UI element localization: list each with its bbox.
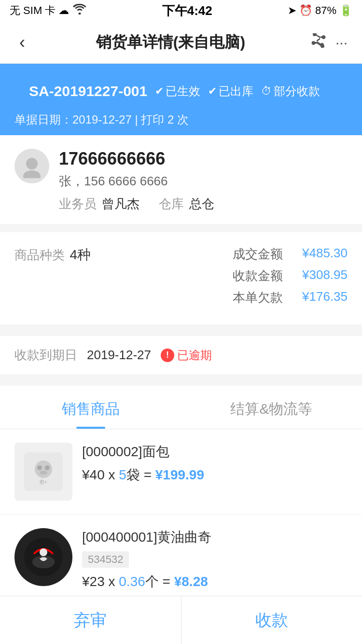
- tabs-section: 销售商品 结算&物流等: [0, 386, 362, 429]
- product-item-2: [000400001]黄油曲奇 534532 ¥23 x 0.36个 = ¥8.…: [0, 515, 362, 605]
- owed-value: ¥176.35: [302, 289, 348, 306]
- owed-label: 本单欠款: [233, 289, 283, 306]
- check-icon-2: ✔: [208, 85, 217, 98]
- order-id: SA-20191227-001: [29, 83, 147, 99]
- tab-settlement[interactable]: 结算&物流等: [181, 386, 362, 429]
- svg-point-4: [37, 465, 42, 470]
- overdue-icon: !: [161, 349, 174, 362]
- location-icon: ➤: [288, 4, 296, 17]
- divider-1: [0, 224, 362, 224]
- amount-value: ¥485.30: [302, 246, 348, 263]
- status-partial: ⏱ 部分收款: [261, 84, 320, 99]
- svg-point-1: [23, 170, 41, 178]
- amount-info: 成交金额 ¥485.30 收款金额 ¥308.95 本单欠款 ¥176.35: [233, 246, 348, 311]
- nav-actions: ···: [311, 33, 348, 51]
- status-delivered: ✔ 已出库: [208, 84, 253, 99]
- product-sku-2: 534532: [82, 551, 129, 568]
- more-button[interactable]: ···: [335, 34, 348, 51]
- share-button[interactable]: [311, 33, 326, 51]
- product-name-1: [0000002]面包: [82, 443, 348, 461]
- clock-icon: ⏱: [261, 85, 272, 98]
- due-section: 收款到期日 2019-12-27 ! 已逾期: [0, 336, 362, 374]
- amount-label: 成交金额: [233, 246, 283, 263]
- svg-text:图+: 图+: [40, 479, 47, 485]
- due-label: 收款到期日: [14, 347, 77, 364]
- received-label: 收款金额: [233, 267, 283, 284]
- bottom-actions: 弃审 收款: [0, 596, 362, 644]
- customer-meta: 业务员 曾凡杰 仓库 总仓: [59, 196, 348, 212]
- avatar: [14, 149, 49, 183]
- nav-bar: ‹ 销货单详情(来自电脑) ···: [0, 21, 362, 64]
- customer-name: 17666666666: [59, 149, 348, 169]
- received-value: ¥308.95: [302, 267, 348, 284]
- svg-point-10: [40, 548, 47, 556]
- category-label: 商品种类: [14, 248, 65, 262]
- overdue-badge: ! 已逾期: [161, 348, 212, 363]
- section-divider-2: [0, 374, 362, 378]
- battery-icon: 🔋: [339, 4, 352, 17]
- product-name-2: [000400001]黄油曲奇: [82, 528, 348, 546]
- summary-section: 商品种类 4种 成交金额 ¥485.30 收款金额 ¥308.95 本单欠款 ¥…: [0, 232, 362, 324]
- product-thumb-1: 图+: [14, 443, 72, 501]
- product-price-2: ¥23 x 0.36个 = ¥8.28: [82, 573, 348, 591]
- owed-row: 本单欠款 ¥176.35: [233, 289, 348, 306]
- sim-status: 无 SIM 卡 ☁: [10, 3, 69, 18]
- product-details-2: [000400001]黄油曲奇 534532 ¥23 x 0.36个 = ¥8.…: [82, 528, 348, 591]
- warehouse-value: 总仓: [189, 196, 214, 211]
- svg-point-0: [26, 158, 38, 169]
- received-row: 收款金额 ¥308.95: [233, 267, 348, 284]
- check-icon-1: ✔: [155, 85, 164, 98]
- sales-value: 曾凡杰: [102, 196, 139, 211]
- svg-point-6: [40, 471, 47, 475]
- customer-phone: 张，156 6666 6666: [59, 173, 348, 190]
- customer-info: 17666666666 张，156 6666 6666 业务员 曾凡杰 仓库 总…: [59, 149, 348, 212]
- product-details-1: [0000002]面包 ¥40 x 5袋 = ¥199.99: [82, 443, 348, 484]
- section-divider: [0, 324, 362, 328]
- back-button[interactable]: ‹: [14, 28, 30, 57]
- svg-point-3: [35, 461, 52, 478]
- customer-section: 17666666666 张，156 6666 6666 业务员 曾凡杰 仓库 总…: [0, 135, 362, 224]
- product-item: 图+ [0000002]面包 ¥40 x 5袋 = ¥199.99: [0, 429, 362, 515]
- due-date: 2019-12-27: [87, 348, 151, 363]
- header-date: 单据日期：2019-12-27 | 打印 2 次: [14, 112, 348, 127]
- category-value: 4种: [70, 247, 91, 262]
- product-price-1: ¥40 x 5袋 = ¥199.99: [82, 466, 348, 484]
- header-banner: SA-20191227-001 ✔ 已生效 ✔ 已出库 ⏱ 部分收款 单据日期：…: [0, 64, 362, 135]
- alarm-icon: ⏰: [299, 4, 312, 17]
- battery-text: 87%: [315, 4, 336, 17]
- category-info: 商品种类 4种: [14, 246, 91, 264]
- warehouse-label: 仓库: [159, 196, 184, 211]
- products-section: 图+ [0000002]面包 ¥40 x 5袋 = ¥199.99 [: [0, 429, 362, 605]
- amount-row: 成交金额 ¥485.30: [233, 246, 348, 263]
- product-thumb-2: [14, 528, 72, 586]
- svg-point-5: [45, 465, 50, 470]
- sales-label: 业务员: [59, 196, 97, 211]
- status-time: 下午4:42: [162, 2, 212, 19]
- wifi-icon: [73, 4, 86, 17]
- page-title: 销货单详情(来自电脑): [96, 32, 245, 53]
- status-left: 无 SIM 卡 ☁: [10, 3, 86, 18]
- status-bar: 无 SIM 卡 ☁ 下午4:42 ➤ ⏰ 87% 🔋: [0, 0, 362, 21]
- tab-products[interactable]: 销售商品: [0, 386, 181, 429]
- overdue-text: 已逾期: [177, 348, 212, 363]
- status-effected: ✔ 已生效: [155, 84, 200, 99]
- status-right: ➤ ⏰ 87% 🔋: [288, 4, 352, 17]
- confirm-button[interactable]: 收款: [181, 596, 362, 644]
- cancel-button[interactable]: 弃审: [0, 596, 181, 644]
